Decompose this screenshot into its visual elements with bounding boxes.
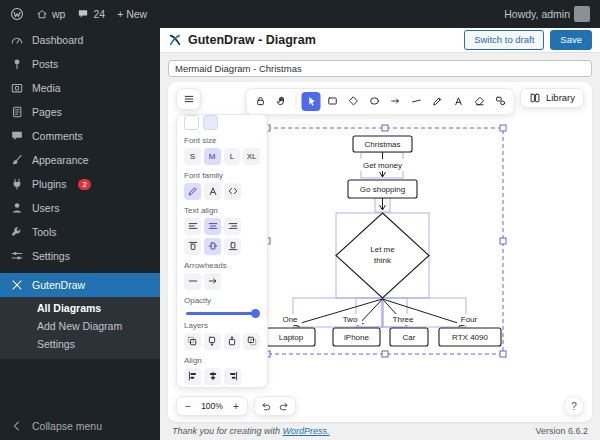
ellipse-tool[interactable] [365, 92, 384, 111]
sidebar-item-settings[interactable]: Settings [0, 244, 160, 268]
sidebar-item-appearance[interactable]: Appearance [0, 148, 160, 172]
opacity-slider-knob[interactable] [251, 309, 260, 318]
edge-label-three: Three [393, 315, 414, 324]
save-button[interactable]: Save [550, 30, 592, 49]
submenu-settings[interactable]: Settings [0, 335, 160, 353]
arrowhead-none-button[interactable] [184, 273, 201, 290]
lock-icon [254, 95, 266, 107]
shapes-tool[interactable] [491, 92, 510, 111]
valign-top-button[interactable] [184, 238, 201, 255]
svg-text:Christmas: Christmas [364, 140, 400, 149]
sidebar-item-media[interactable]: Media [0, 76, 160, 100]
font-size-s-button[interactable]: S [184, 148, 201, 165]
font-size-l-button[interactable]: L [224, 148, 241, 165]
sidebar-item-posts[interactable]: Posts [0, 52, 160, 76]
font-size-label: Font size [184, 136, 260, 145]
submenu-all-diagrams[interactable]: All Diagrams [0, 299, 160, 317]
zoom-out-button[interactable]: − [179, 398, 197, 414]
lock-tool[interactable] [251, 92, 270, 111]
drawing-canvas[interactable]: Get money One Two Three Four [168, 82, 592, 422]
valign-middle-button[interactable] [204, 238, 221, 255]
zoom-in-button[interactable]: + [227, 398, 245, 414]
valign-bottom-icon [227, 240, 239, 252]
gutendraw-submenu: All Diagrams Add New Diagram Settings [0, 297, 160, 359]
version-text: Version 6.6.2 [535, 426, 588, 436]
help-button[interactable]: ? [564, 396, 584, 416]
bring-to-front-icon [246, 335, 258, 347]
draw-tool[interactable] [428, 92, 447, 111]
redo-button[interactable] [275, 398, 293, 414]
diamond-tool[interactable] [344, 92, 363, 111]
font-normal-button[interactable] [204, 183, 221, 200]
rectangle-tool[interactable] [323, 92, 342, 111]
posts-icon [10, 57, 24, 71]
canvas-menu-button[interactable] [176, 88, 201, 110]
sidebar-item-dashboard[interactable]: Dashboard [0, 28, 160, 52]
align-left-button[interactable] [184, 218, 201, 235]
library-button[interactable]: Library [520, 88, 584, 108]
align-center-button[interactable] [204, 218, 221, 235]
plugins-icon [10, 177, 24, 191]
font-code-button[interactable] [224, 183, 241, 200]
selection-handle [500, 125, 506, 131]
arrowhead-arrow-button[interactable] [204, 273, 221, 290]
align-objects-right-button[interactable] [224, 368, 241, 385]
eraser-tool[interactable] [470, 92, 489, 111]
home-icon [36, 8, 48, 20]
align-right-button[interactable] [224, 218, 241, 235]
align-objects-left-button[interactable] [184, 368, 201, 385]
hand-tool[interactable] [272, 92, 291, 111]
font-size-xl-button[interactable]: XL [243, 148, 260, 165]
font-size-m-button[interactable]: M [204, 148, 221, 165]
line-tool[interactable] [407, 92, 426, 111]
sidebar-item-comments[interactable]: Comments [0, 124, 160, 148]
line-icon [187, 275, 199, 287]
selection-tool[interactable] [302, 92, 321, 111]
text-icon [452, 95, 464, 107]
sidebar-item-pages[interactable]: Pages [0, 100, 160, 124]
zoom-level[interactable]: 100% [197, 401, 227, 411]
send-to-back-button[interactable] [184, 333, 201, 350]
sidebar-item-gutendraw[interactable]: GutenDraw [0, 273, 160, 297]
wordpress-logo-icon[interactable] [10, 7, 24, 21]
background-color-swatch[interactable] [203, 115, 218, 130]
comment-bubble-icon [77, 8, 89, 20]
settings-icon [10, 249, 24, 263]
selection-handle [382, 125, 388, 131]
bring-forward-button[interactable] [224, 333, 241, 350]
send-backward-button[interactable] [204, 333, 221, 350]
new-button[interactable]: + New [117, 8, 147, 20]
plugins-update-badge: 2 [78, 179, 90, 190]
admin-bar-comments[interactable]: 24 [77, 8, 105, 20]
opacity-slider[interactable] [186, 312, 258, 315]
valign-bottom-button[interactable] [224, 238, 241, 255]
wordpress-link[interactable]: WordPress. [283, 426, 330, 436]
font-hand-drawn-button[interactable] [184, 183, 201, 200]
valign-top-icon [187, 240, 199, 252]
howdy-menu[interactable]: Howdy, admin [504, 6, 590, 22]
collapse-menu-button[interactable]: Collapse menu [0, 412, 160, 440]
align-left-icon [187, 220, 199, 232]
opacity-label: Opacity [184, 296, 260, 305]
layers-label: Layers [184, 321, 260, 330]
diagram-title-input[interactable] [168, 60, 592, 77]
bring-to-front-button[interactable] [243, 333, 260, 350]
align-objects-hcenter-button[interactable] [204, 368, 221, 385]
text-align-label: Text align [184, 206, 260, 215]
svg-text:iPhone: iPhone [344, 333, 369, 342]
appearance-icon [10, 153, 24, 167]
submenu-add-new-diagram[interactable]: Add New Diagram [0, 317, 160, 335]
edge-label-two: Two [343, 315, 358, 324]
undo-button[interactable] [257, 398, 275, 414]
sidebar-item-tools[interactable]: Tools [0, 220, 160, 244]
gutendraw-logo-icon [168, 33, 182, 47]
site-name[interactable]: wp [36, 8, 65, 20]
svg-text:think: think [374, 256, 392, 265]
switch-to-draft-button[interactable]: Switch to draft [464, 30, 544, 49]
stroke-color-swatch[interactable] [184, 115, 199, 130]
sidebar-item-users[interactable]: Users [0, 196, 160, 220]
sidebar-item-plugins[interactable]: Plugins 2 [0, 172, 160, 196]
selection-handle [382, 351, 388, 357]
text-tool[interactable] [449, 92, 468, 111]
arrow-tool[interactable] [386, 92, 405, 111]
